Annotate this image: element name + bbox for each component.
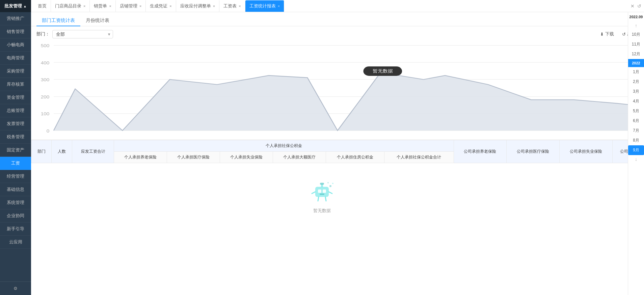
refresh-icon: ↺	[622, 32, 626, 37]
tab-close-sales-order[interactable]: ×	[109, 4, 111, 8]
sidebar-item-finance[interactable]: 资金管理	[0, 91, 31, 104]
sidebar-item-ecommerce-small[interactable]: 小畅电商	[0, 38, 31, 52]
sidebar-item-inventory[interactable]: 库存核算	[0, 78, 31, 91]
chart-tooltip-text: 暂无数据	[373, 68, 393, 73]
tab-salary-table[interactable]: 工资表×	[219, 0, 245, 12]
close-all-icon[interactable]: ✕	[630, 3, 635, 9]
chart-svg: 500 400 300 200 100 0 暂无数据	[36, 42, 639, 140]
date-sidebar: 2022.09↑10月11月12月20221月2月3月4月5月6月7月8月9月↓	[628, 12, 644, 295]
col-personal-pension: 个人承担养老保险	[114, 152, 167, 163]
date-month-11月[interactable]: 11月	[628, 39, 644, 49]
sidebar-item-invoice[interactable]: 发票管理	[0, 117, 31, 130]
chart-area: 500 400 300 200 100 0 暂无数据	[31, 42, 644, 140]
date-month-12月[interactable]: 12月	[628, 49, 644, 59]
svg-text:500: 500	[41, 43, 50, 48]
col-personal-medical: 个人承担医疗保险	[167, 152, 220, 163]
empty-text: 暂无数据	[313, 208, 331, 214]
sidebar-item-cloud[interactable]: 云应用	[0, 236, 31, 249]
sidebar-item-salary[interactable]: 工资	[0, 157, 31, 170]
tab-label-sales-order: 销货单	[94, 3, 107, 9]
tab-close-store-management[interactable]: ×	[139, 4, 141, 8]
col-company-pension: 公司承担养老保险	[454, 140, 507, 163]
svg-text:100: 100	[41, 111, 50, 116]
col-personal-total: 个人承担社保公积金合计	[384, 152, 454, 163]
tab-shop-catalog[interactable]: 门店商品目录×	[51, 0, 90, 12]
date-month-9月[interactable]: 9月	[628, 145, 644, 155]
date-month-1月[interactable]: 1月	[628, 67, 644, 77]
sidebar-item-basic[interactable]: 基础信息	[0, 183, 31, 196]
svg-line-21	[325, 197, 326, 201]
refresh-all-icon[interactable]: ↺	[637, 3, 641, 9]
date-month-6月[interactable]: 6月	[628, 116, 644, 126]
tab-label-shop-catalog: 门店商品目录	[55, 3, 81, 9]
sidebar-item-enterprise[interactable]: 企业协同	[0, 209, 31, 223]
data-table: 部门 人数 应发工资合计 个人承担社保公积金 公司承担养老保险 公司承担医疗保险…	[31, 140, 644, 227]
svg-point-23	[332, 183, 333, 184]
inner-tab-month-stats[interactable]: 月份统计表	[80, 16, 115, 26]
svg-rect-12	[315, 187, 329, 197]
tab-salary-report[interactable]: 工资统计报表×	[245, 0, 284, 12]
settings-button[interactable]: ⚙	[0, 282, 31, 295]
tab-label-salary-report: 工资统计报表	[249, 3, 276, 9]
table-header-group-row: 部门 人数 应发工资合计 个人承担社保公积金 公司承担养老保险 公司承担医疗保险…	[31, 140, 644, 152]
inner-tab-dept-stats[interactable]: 部门工资统计表	[36, 16, 80, 26]
svg-line-19	[329, 192, 332, 194]
tab-store-management[interactable]: 店铺管理×	[116, 0, 146, 12]
sidebar-item-system[interactable]: 系统管理	[0, 196, 31, 209]
download-button[interactable]: ⬇ 下载	[597, 30, 617, 38]
col-personal-large-medical: 个人承担大额医疗	[273, 152, 326, 163]
tab-close-salary-report[interactable]: ×	[278, 4, 280, 8]
sidebar-item-sales[interactable]: 销售管理	[0, 25, 31, 38]
dept-select[interactable]: 全部销售部财务部技术部行政部	[52, 30, 113, 38]
date-month-4月[interactable]: 4月	[628, 96, 644, 106]
tab-close-salary-table[interactable]: ×	[239, 4, 241, 8]
sidebar-item-assets[interactable]: 固定资产	[0, 144, 31, 157]
svg-rect-14	[323, 189, 326, 193]
empty-robot-icon	[308, 177, 336, 204]
col-personal-group: 个人承担社保公积金	[114, 140, 454, 152]
dept-select-wrap: 全部销售部财务部技术部行政部	[52, 30, 113, 38]
svg-text:200: 200	[41, 94, 50, 99]
sidebar: 批发管理 ▲ 营销推广销售管理小畅电商电商管理采购管理库存核算资金管理总账管理发…	[0, 0, 31, 295]
tab-close-produce-voucher[interactable]: ×	[169, 4, 171, 8]
sidebar-item-purchase[interactable]: 采购管理	[0, 65, 31, 78]
sidebar-item-marketing[interactable]: 营销推广	[0, 12, 31, 25]
dept-label: 部门：	[36, 31, 50, 37]
table-wrapper[interactable]: 部门 人数 应发工资合计 个人承担社保公积金 公司承担养老保险 公司承担医疗保险…	[31, 140, 644, 295]
sidebar-toggle-icon: ▲	[23, 4, 27, 8]
sidebar-item-ecommerce[interactable]: 电商管理	[0, 52, 31, 65]
dept-filter: 部门： 全部销售部财务部技术部行政部	[36, 30, 113, 38]
download-icon: ⬇	[600, 32, 604, 37]
sidebar-title: 批发管理	[4, 3, 22, 9]
date-month-2月[interactable]: 2月	[628, 77, 644, 87]
content-area: 部门工资统计表月份统计表 部门： 全部销售部财务部技术部行政部 ⬇ 下载 ↺ 刷…	[31, 12, 644, 295]
tab-receivable[interactable]: 应收应付调整单×	[176, 0, 219, 12]
sidebar-item-tax[interactable]: 税务管理	[0, 130, 31, 144]
date-scroll-down[interactable]: ↓	[634, 155, 639, 163]
sidebar-item-guide[interactable]: 新手引导	[0, 223, 31, 236]
tab-label-produce-voucher: 生成凭证	[150, 3, 167, 9]
svg-text:0: 0	[47, 128, 50, 134]
date-scroll-up[interactable]: ↑	[634, 22, 639, 30]
date-month-10月[interactable]: 10月	[628, 30, 644, 39]
date-month-8月[interactable]: 8月	[628, 136, 644, 145]
sidebar-header[interactable]: 批发管理 ▲	[0, 0, 31, 12]
svg-line-20	[318, 197, 319, 201]
tab-sales-order[interactable]: 销货单×	[90, 0, 115, 12]
date-month-5月[interactable]: 5月	[628, 106, 644, 116]
col-total-salary: 应发工资合计	[72, 140, 114, 163]
svg-point-24	[327, 182, 329, 183]
date-year-2022[interactable]: 2022	[628, 59, 644, 67]
tab-label-store-management: 店铺管理	[120, 3, 137, 9]
tab-produce-voucher[interactable]: 生成凭证×	[146, 0, 176, 12]
sidebar-item-operation[interactable]: 经营管理	[0, 170, 31, 183]
inner-tabs: 部门工资统计表月份统计表	[31, 12, 644, 26]
sidebar-item-ledger[interactable]: 总账管理	[0, 104, 31, 117]
table-empty-row: 暂无数据	[31, 163, 644, 228]
tab-close-shop-catalog[interactable]: ×	[83, 4, 85, 8]
date-month-7月[interactable]: 7月	[628, 126, 644, 136]
tab-close-receivable[interactable]: ×	[213, 4, 215, 8]
tab-label-home: 首页	[38, 3, 47, 9]
date-month-3月[interactable]: 3月	[628, 87, 644, 96]
tab-home[interactable]: 首页	[34, 0, 51, 12]
